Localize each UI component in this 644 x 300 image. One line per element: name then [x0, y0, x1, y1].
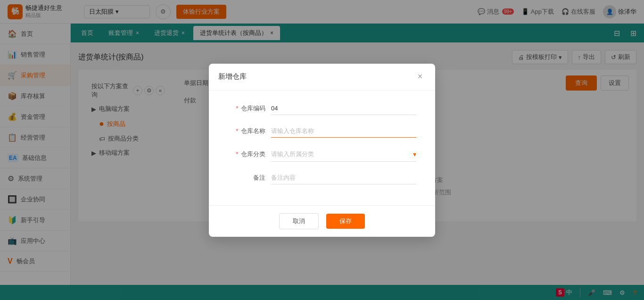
code-field-row: * 仓库编码 — [228, 102, 416, 115]
modal-title: 新增仓库 — [218, 72, 247, 81]
modal-footer: 取消 保存 — [209, 205, 435, 237]
category-dropdown-icon: ▾ — [413, 150, 416, 158]
name-label: * 仓库名称 — [228, 127, 265, 135]
required-star-name: * — [236, 127, 238, 134]
code-label: * 仓库编码 — [228, 104, 265, 113]
cancel-button[interactable]: 取消 — [279, 213, 319, 229]
save-button[interactable]: 保存 — [326, 214, 365, 229]
add-warehouse-modal: 新增仓库 × * 仓库编码 * 仓库名称 — [209, 64, 435, 237]
required-star-code: * — [236, 105, 238, 112]
category-placeholder: 请输入所属分类 — [271, 150, 314, 158]
name-field-row: * 仓库名称 — [228, 125, 416, 138]
required-star-category: * — [236, 150, 238, 158]
modal-close-button[interactable]: × — [414, 71, 426, 83]
category-field-row: * 仓库分类 请输入所属分类 ▾ — [228, 147, 416, 162]
modal-header: 新增仓库 × — [209, 64, 435, 91]
remark-field-row: 备注 — [228, 171, 416, 184]
remark-label: 备注 — [228, 174, 265, 182]
name-input[interactable] — [271, 125, 416, 138]
remark-input[interactable] — [271, 171, 416, 184]
modal-body: * 仓库编码 * 仓库名称 * 仓库分类 请输入 — [209, 91, 435, 205]
category-label: * 仓库分类 — [228, 150, 265, 158]
modal-overlay: 新增仓库 × * 仓库编码 * 仓库名称 — [0, 0, 644, 300]
code-input[interactable] — [271, 102, 416, 115]
category-select[interactable]: 请输入所属分类 ▾ — [271, 147, 416, 162]
